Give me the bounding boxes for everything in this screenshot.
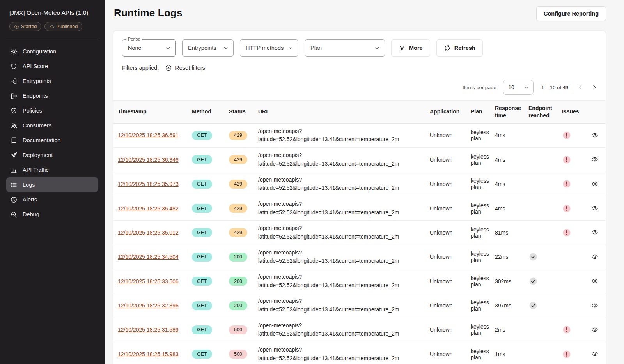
endpoint-reached-cell [524,221,558,245]
sidebar-divider [6,39,98,39]
play-circle-icon [14,24,19,29]
configure-reporting-button[interactable]: Configure Reporting [536,6,606,21]
refresh-icon [444,44,451,51]
issues-cell [558,293,583,318]
sidebar-item-api-score[interactable]: API Score [6,59,98,74]
endpoint-reached-cell [524,293,558,318]
close-circle-icon [165,64,172,71]
plan-cell: keyless plan [466,245,491,269]
sidebar-item-entrypoints[interactable]: Entrypoints [6,74,98,88]
application-cell: Unknown [425,269,466,293]
table-row: 12/10/2025 18:25:35.012 GET 429 /open-me… [113,221,606,245]
issue-warning-icon [562,155,580,164]
http-methods-filter-select[interactable]: HTTP methods [240,39,298,57]
issue-warning-icon [562,325,580,334]
sidebar-item-alerts[interactable]: Alerts [6,192,98,207]
entrypoint-icon [10,78,18,85]
status-badge: 500 [229,350,247,359]
application-cell: Unknown [425,245,466,269]
method-badge: GET [192,228,212,237]
sidebar-item-deployment[interactable]: Deployment [6,148,98,163]
issues-cell [558,318,583,342]
view-log-button[interactable] [590,301,599,310]
status-badge: 429 [229,204,247,213]
eye-icon [591,132,598,139]
timestamp-link[interactable]: 12/10/2025 18:25:35.012 [118,230,179,236]
shield-icon [10,63,18,70]
sidebar-item-debug[interactable]: Debug [6,207,98,222]
view-log-button[interactable] [590,131,599,140]
eye-icon [591,277,598,284]
issues-cell [558,245,583,269]
plan-filter-select[interactable]: Plan [305,39,385,57]
sidebar-item-api-traffic[interactable]: API Traffic [6,163,98,177]
period-value: None [128,45,142,51]
timestamp-link[interactable]: 12/10/2025 18:25:33.506 [118,278,179,284]
table-row: 12/10/2025 18:25:35.482 GET 429 /open-me… [113,196,606,220]
next-page-button[interactable] [590,83,599,92]
response-time-cell: 397ms [491,293,524,318]
application-cell: Unknown [425,196,466,220]
view-log-button[interactable] [590,325,599,334]
endpoint-reached-cell [524,342,558,364]
col-actions [583,101,606,124]
method-badge: GET [192,325,212,334]
timestamp-link[interactable]: 12/10/2025 18:25:35.973 [118,181,179,187]
table-row: 12/10/2025 18:25:36.691 GET 429 /open-me… [113,123,606,147]
timestamp-link[interactable]: 12/10/2025 18:25:15.983 [118,351,179,357]
sidebar-item-logs[interactable]: Logs [6,177,98,192]
items-per-page-label: Items per page: [463,85,498,90]
issues-cell [558,196,583,220]
timestamp-link[interactable]: 12/10/2025 18:25:35.482 [118,205,179,212]
sidebar-item-endpoints[interactable]: Endpoints [6,88,98,103]
response-time-cell: 2ms [491,318,524,342]
response-time-cell: 81ms [491,221,524,245]
issues-cell [558,269,583,293]
view-log-button[interactable] [590,277,599,285]
sidebar-item-documentation[interactable]: Documentation [6,133,98,148]
status-badge: 200 [229,253,247,262]
uri-line2: latitude=52.52&longitude=13.41&current=t… [258,209,422,217]
view-log-button[interactable] [590,204,599,212]
view-log-button[interactable] [590,228,599,237]
application-cell: Unknown [425,318,466,342]
response-time-cell: 302ms [491,269,524,293]
reset-filters-button[interactable]: Reset filters [165,64,205,71]
view-log-button[interactable] [590,180,599,188]
more-filters-button[interactable]: More [391,39,430,57]
view-log-button[interactable] [590,350,599,358]
pagination-range: 1 – 10 of 49 [541,85,568,90]
timestamp-link[interactable]: 12/10/2025 18:25:36.691 [118,132,179,138]
response-time-cell: 22ms [491,245,524,269]
previous-page-button[interactable] [576,83,585,92]
view-log-button[interactable] [590,155,599,164]
method-badge: GET [192,155,212,164]
status-badge: 500 [229,325,247,334]
timestamp-link[interactable]: 12/10/2025 18:25:32.396 [118,302,179,309]
entrypoints-filter-select[interactable]: Entrypoints [182,39,234,57]
uri-line1: /open-meteoapis? [258,200,422,209]
logs-icon [10,181,18,189]
items-per-page-select[interactable]: 10 [503,80,534,95]
page-header: Runtime Logs Configure Reporting [113,0,606,21]
eye-icon [591,350,598,357]
endpoint-reached-cell [524,269,558,293]
sidebar-item-configuration[interactable]: Configuration [6,44,98,59]
timestamp-link[interactable]: 12/10/2025 18:25:36.346 [118,157,179,163]
timestamp-link[interactable]: 12/10/2025 18:25:31.589 [118,327,179,333]
sidebar-item-policies[interactable]: Policies [6,103,98,118]
eye-icon [591,229,598,236]
refresh-button[interactable]: Refresh [436,39,483,57]
table-body: 12/10/2025 18:25:36.691 GET 429 /open-me… [113,123,606,364]
api-state-badge: Started [9,22,41,31]
timestamp-link[interactable]: 12/10/2025 18:25:34.504 [118,254,179,260]
issues-cell [558,123,583,147]
eye-icon [591,156,598,163]
period-select[interactable]: Period None [122,39,176,57]
uri-line2: latitude=52.52&longitude=13.41&current=t… [258,160,422,168]
status-badge: 429 [229,131,247,140]
endpoint-reached-cell [524,123,558,147]
sidebar-item-consumers[interactable]: Consumers [6,118,98,133]
plan-cell: keyless plan [466,221,491,245]
view-log-button[interactable] [590,253,599,261]
